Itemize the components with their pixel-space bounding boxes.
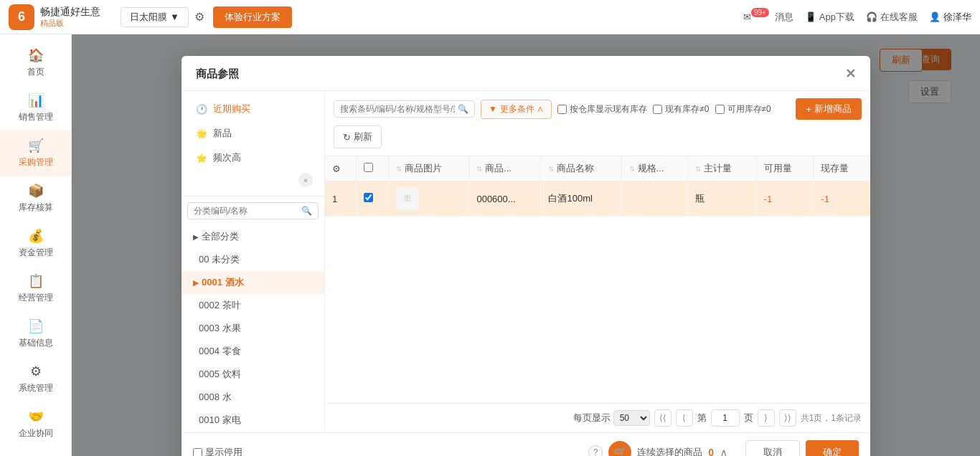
collapse-up-icon[interactable]: ∧ (720, 446, 728, 457)
prev-page-button[interactable]: ⟨ (676, 409, 693, 427)
category-item-0[interactable]: 00 未分类 (182, 248, 324, 271)
sidebar-item-system[interactable]: ⚙ 系统管理 (0, 356, 71, 402)
sidebar-item-sales[interactable]: 📊 销售管理 (0, 85, 71, 130)
sort-unit-icon[interactable]: ⇅ (695, 165, 701, 173)
sidebar-item-enterprise[interactable]: 🤝 企业协同 (0, 402, 71, 447)
category-item-1[interactable]: ▶ 0001 酒水 (182, 271, 324, 294)
sidebar-item-finance[interactable]: 💰 资金管理 (0, 221, 71, 266)
available-stock-checkbox[interactable] (653, 105, 662, 114)
product-search-input[interactable] (340, 104, 455, 114)
sidebar: 🏠 首页 📊 销售管理 🛒 采购管理 📦 库存核算 💰 资金管理 📋 经营管理 … (0, 34, 72, 456)
add-product-button[interactable]: + 新增商品 (796, 98, 862, 120)
show-disabled-checkbox[interactable] (193, 448, 202, 457)
available-stock-checkbox-wrap[interactable]: 现有库存≠0 (653, 103, 709, 115)
cancel-button[interactable]: 取消 (745, 440, 800, 456)
show-disabled-wrap[interactable]: 显示停用 (193, 446, 242, 456)
service-item[interactable]: 🎧 在线客服 (866, 11, 918, 24)
warehouse-stock-checkbox-wrap[interactable]: 按仓库显示现有库存 (557, 103, 647, 115)
sidebar-item-operation[interactable]: 📋 经营管理 (0, 266, 71, 311)
sort-spec-icon[interactable]: ⇅ (629, 165, 635, 173)
store-dropdown[interactable]: 日太阳膜 ▼ (121, 7, 189, 27)
new-icon: 🌟 (196, 128, 207, 139)
last-page-button[interactable]: ⟩⟩ (779, 409, 796, 427)
settings-icon: ⚙ (332, 163, 341, 174)
sidebar-item-home[interactable]: 🏠 首页 (0, 40, 71, 85)
sidebar-label-sales: 销售管理 (19, 111, 53, 123)
modal-close-icon[interactable]: ✕ (845, 66, 856, 82)
table-header-name: ⇅ 商品名称 (541, 156, 622, 181)
sidebar-label-home: 首页 (27, 66, 44, 78)
help-icon[interactable]: ? (588, 445, 603, 456)
modal-overlay: 商品参照 ✕ 🕐 近期购买 🌟 (72, 34, 980, 456)
plus-icon: + (806, 104, 811, 115)
category-item-6[interactable]: 0008 水 (182, 386, 324, 409)
footer-center: ? 🛒 连续选择的商品 0 ∧ (588, 441, 728, 456)
sort-code-icon[interactable]: ⇅ (476, 165, 482, 173)
main-content: 查询 设置 刷新 商品参照 ✕ 🕐 近期购买 (72, 34, 980, 456)
frequent-label: 频次高 (213, 151, 241, 164)
sort-image-icon[interactable]: ⇅ (396, 165, 402, 173)
usable-stock-checkbox[interactable] (715, 105, 725, 114)
category-search-input[interactable] (194, 206, 298, 216)
collapse-button[interactable]: « (298, 173, 313, 187)
sidebar-label-basic: 基础信息 (19, 337, 53, 349)
gear-icon[interactable]: ⚙ (194, 10, 204, 24)
app-download-item[interactable]: 📱 App下载 (805, 11, 854, 24)
sort-name-icon[interactable]: ⇅ (548, 165, 554, 173)
usable-stock-label: 可用库存≠0 (727, 103, 771, 115)
table-row[interactable]: 1 图 000600... (325, 181, 870, 217)
category-search-box: 🔍 (187, 202, 319, 219)
category-item-2[interactable]: 0002 茶叶 (182, 294, 324, 317)
avatar-icon: 👤 (929, 11, 941, 22)
message-item[interactable]: ✉ 99+ 消息 (743, 11, 793, 24)
system-icon: ⚙ (30, 364, 42, 379)
row-spec-cell (621, 181, 687, 217)
show-disabled-label: 显示停用 (205, 446, 242, 456)
purchase-icon: 🛒 (28, 138, 44, 153)
row-stock-cell: -1 (814, 181, 870, 217)
row-code-cell: 000600... (469, 181, 541, 217)
product-name: 白酒100ml (548, 193, 592, 204)
category-item-4[interactable]: 0004 零食 (182, 340, 324, 363)
first-page-button[interactable]: ⟨⟨ (654, 409, 672, 427)
product-search-wrap: 🔍 (334, 100, 475, 118)
sidebar-item-inventory[interactable]: 📦 库存核算 (0, 176, 71, 221)
usable-stock-checkbox-wrap[interactable]: 可用库存≠0 (715, 103, 771, 115)
row-checkbox-cell[interactable] (356, 181, 388, 217)
category-1-label: 0001 酒水 (202, 276, 244, 289)
sidebar-item-guide[interactable]: 📖 新手引导 (0, 447, 71, 456)
cta-button[interactable]: 体验行业方案 (213, 6, 292, 28)
cart-icon[interactable]: 🛒 (608, 441, 631, 456)
clock-icon: 🕐 (196, 104, 207, 115)
main-layout: 🏠 首页 📊 销售管理 🛒 采购管理 📦 库存核算 💰 资金管理 📋 经营管理 … (0, 34, 980, 456)
recent-purchase-tab[interactable]: 🕐 近期购买 (187, 97, 319, 121)
category-item-7[interactable]: 0010 家电 (182, 409, 324, 432)
category-item-3[interactable]: 0003 水果 (182, 317, 324, 340)
more-filter-button[interactable]: ▼ 更多条件 ∧ (481, 100, 552, 119)
headset-icon: 🎧 (866, 11, 877, 22)
message-label: 消息 (775, 11, 793, 24)
warehouse-stock-checkbox[interactable] (557, 105, 567, 114)
page-number-input[interactable] (711, 409, 740, 427)
select-all-checkbox[interactable] (364, 163, 373, 172)
product-available: -1 (764, 194, 773, 204)
logo-sub: 精品版 (40, 18, 100, 29)
category-item-all[interactable]: ▶ 全部分类 (182, 225, 324, 248)
row-checkbox[interactable] (364, 193, 373, 202)
table-header-checkbox[interactable] (356, 156, 388, 181)
cat1-arrow-icon: ▶ (193, 279, 199, 287)
per-page-select[interactable]: 50 100 (613, 410, 650, 426)
sidebar-item-purchase[interactable]: 🛒 采购管理 (0, 130, 71, 176)
category-item-5[interactable]: 0005 饮料 (182, 363, 324, 386)
logo-area: 6 畅捷通好生意 精品版 (9, 4, 109, 30)
table-header-gear[interactable]: ⚙ (325, 156, 356, 181)
refresh-button[interactable]: ↻ 刷新 (334, 125, 382, 148)
new-product-tab[interactable]: 🌟 新品 (187, 121, 319, 146)
all-arrow-icon: ▶ (193, 233, 199, 241)
next-page-button[interactable]: ⟩ (758, 409, 775, 427)
confirm-button[interactable]: 确定 (806, 440, 859, 456)
warehouse-stock-label: 按仓库显示现有库存 (570, 103, 647, 115)
frequent-tab[interactable]: ⭐ 频次高 (187, 146, 319, 170)
user-item[interactable]: 👤 徐泽华 (929, 11, 971, 24)
sidebar-item-basic[interactable]: 📄 基础信息 (0, 311, 71, 356)
